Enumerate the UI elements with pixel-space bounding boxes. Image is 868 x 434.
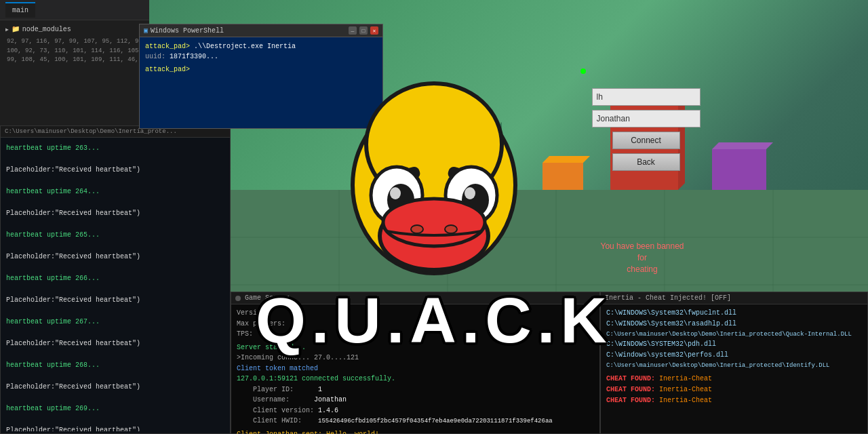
username-label: Username: xyxy=(253,396,314,403)
client-version-value: 1.4.6 xyxy=(318,407,338,414)
cd-path-line: C:\Users\mainuser\Desktop\Demo\Inertia_p… xyxy=(606,330,862,339)
gs-line: Max players: xyxy=(237,319,594,330)
cheat-detect-title: Inertia - Cheat Injected! [OFF] xyxy=(605,294,731,302)
folder-icon: 📁 xyxy=(12,25,20,33)
svg-rect-1 xyxy=(407,136,488,190)
ps-command: .\\Destroject.exe Inertia xyxy=(194,43,296,50)
filetree-item[interactable]: ▶ 📁 node_modules xyxy=(0,24,149,35)
minimize-btn[interactable]: — xyxy=(349,26,357,35)
status-dot xyxy=(235,296,241,301)
cheat-found-label: CHEAT FOUND: xyxy=(606,397,659,404)
cd-path-line: C:\Users\mainuser\Desktop\Demo\Inertia_p… xyxy=(606,361,862,370)
term-line: heartbeat uptime 265... xyxy=(6,230,224,241)
cd-path-line: C:\WINDOWS\SYSTEM32\pdh.dll xyxy=(606,339,862,350)
term-line: Placeholder:"Received heartbeat") xyxy=(6,252,224,262)
ps-prompt2: attack_pad> xyxy=(145,66,190,73)
term-line: heartbeat uptime 267... xyxy=(6,317,224,328)
term-line: Placeholder:"Received heartbeat") xyxy=(6,208,224,219)
cd-path-line: C:\WINDOWS\System32\fwpuclnt.dll xyxy=(606,308,862,319)
cheat-name: Inertia-Cheat xyxy=(659,386,712,393)
term-line: heartbeat uptime 263... xyxy=(6,143,224,154)
vscode-tab-main[interactable]: main xyxy=(5,2,35,18)
hwid-value: 155426496cfbd105f2bc4579f04354f7eb4ae9e0… xyxy=(318,418,553,425)
gs-line: Username: Jonathan xyxy=(237,395,594,406)
game-server-content: Version: Max players: TPS: Server starte… xyxy=(231,304,599,434)
incoming-text: >Incoming connc... 27.0....121 xyxy=(237,354,359,361)
playerid-value: 1 xyxy=(318,386,322,393)
cheat-detect-titlebar: Inertia - Cheat Injected! [OFF] xyxy=(601,292,867,304)
cd-path-line: C:\Windows\system32\perfos.dll xyxy=(606,350,862,361)
term-line: Placeholder:"Received heartbeat") xyxy=(6,338,224,349)
term-line: Placeholder:"Received heartbeat") xyxy=(6,425,224,431)
game-server-title: Game Server xyxy=(245,294,290,302)
version-label: Version: xyxy=(237,309,269,317)
ps-prompt: attack_pad> xyxy=(145,43,190,50)
client-version-label: Client version: xyxy=(253,407,318,414)
term-line: heartbeat uptime 266... xyxy=(6,273,224,284)
cheat-name: Inertia-Cheat xyxy=(659,375,712,382)
game-connect-panel: Connect Back xyxy=(587,88,705,171)
svg-marker-2 xyxy=(407,122,502,136)
gs-line: >Incoming connc... 27.0....121 xyxy=(237,353,594,363)
gs-line: Client Jonathan sent: Hello, world! xyxy=(237,429,594,434)
tps-label: TPS: xyxy=(237,330,253,338)
cheat-detect-content: C:\WINDOWS\System32\fwpuclnt.dll C:\WIND… xyxy=(601,304,867,410)
username-value: Jonathan xyxy=(314,396,347,403)
vscode-topbar: main xyxy=(0,0,149,20)
cd-path-line: C:\WINDOWS\System32\rasadhlp.dll xyxy=(606,319,862,330)
gs-line: Client token matched xyxy=(237,363,594,374)
arrow-icon: ▶ xyxy=(5,26,9,33)
svg-marker-8 xyxy=(712,142,773,149)
ps-title: Windows PowerShell xyxy=(151,27,224,35)
maximize-btn[interactable]: □ xyxy=(359,26,368,35)
term-line: heartbeat uptime 264... xyxy=(6,186,224,197)
powershell-content: attack_pad> .\\Destroject.exe Inertia uu… xyxy=(140,37,382,79)
cd-finding-line: CHEAT FOUND: Inertia-Cheat xyxy=(606,395,862,406)
gs-line: Player ID: 1 xyxy=(237,384,594,395)
ip-input[interactable] xyxy=(592,88,701,106)
hwid-label: Client HWID: xyxy=(253,417,318,425)
ps-line: uuid: 1871f3390... xyxy=(145,52,377,62)
close-btn[interactable]: ✕ xyxy=(370,26,378,35)
term-line: Placeholder:"Received heartbeat") xyxy=(6,382,224,393)
term-line: heartbeat uptime 269... xyxy=(6,403,224,414)
cheat-found-label: CHEAT FOUND: xyxy=(606,375,659,382)
token-matched-text: Client token matched xyxy=(237,365,318,372)
svg-rect-9 xyxy=(542,163,583,190)
ban-message: You have been banned forcheating xyxy=(598,241,686,275)
code-line-numbers: 92, 97, 116, 97, 99, 107, 95, 112, 97, 1… xyxy=(0,34,149,68)
game-server-titlebar: Game Server xyxy=(231,292,599,304)
cd-finding-line: CHEAT FOUND: Inertia-Cheat xyxy=(606,374,862,384)
ps-window-controls: — □ ✕ xyxy=(349,26,378,35)
playerid-label: Player ID: xyxy=(253,386,318,393)
filetree-label: node_modules xyxy=(22,26,71,33)
term-line: Placeholder:"Received heartbeat") xyxy=(6,165,224,176)
client-msg-text: Client Jonathan sent: Hello, world! xyxy=(237,431,379,434)
cd-finding-line: CHEAT FOUND: Inertia-Cheat xyxy=(606,384,862,395)
connected-text: 127.0.0.1:59121 connected successfully. xyxy=(237,375,395,382)
gs-line: TPS: xyxy=(237,329,594,340)
maxplayers-label: Max players: xyxy=(237,320,285,328)
gs-line: 127.0.0.1:59121 connected successfully. xyxy=(237,374,594,384)
ps-line: attack_pad> xyxy=(145,64,377,75)
uuid-value: 1871f3390... xyxy=(170,53,218,60)
gs-line: Server started... xyxy=(237,342,594,353)
cheat-detect-panel: Inertia - Cheat Injected! [OFF] C:\WINDO… xyxy=(600,292,868,434)
gs-line: Version: xyxy=(237,308,594,319)
term-line: Placeholder:"Received heartbeat") xyxy=(6,295,224,306)
cheat-found-label: CHEAT FOUND: xyxy=(606,386,659,393)
terminal-left-panel: C:\Users\mainuser\Desktop\Demo\Inertia_p… xyxy=(0,125,231,434)
ps-icon: ▣ xyxy=(144,26,148,35)
svg-marker-10 xyxy=(542,156,590,163)
gs-line: Client HWID: 155426496cfbd105f2bc4579f04… xyxy=(237,416,594,427)
svg-point-20 xyxy=(580,68,586,74)
svg-rect-7 xyxy=(712,149,766,190)
server-started-text: Server started... xyxy=(237,344,306,351)
cheat-name: Inertia-Cheat xyxy=(659,397,712,404)
game-server-panel: Game Server Version: Max players: TPS: S… xyxy=(231,292,600,434)
back-button[interactable]: Back xyxy=(612,153,680,171)
connect-button[interactable]: Connect xyxy=(612,132,680,149)
username-input[interactable] xyxy=(592,110,701,127)
code-numbers-panel: 92, 97, 116, 97, 99, 107, 95, 112, 97, 1… xyxy=(0,34,149,125)
term-line: heartbeat uptime 268... xyxy=(6,360,224,371)
